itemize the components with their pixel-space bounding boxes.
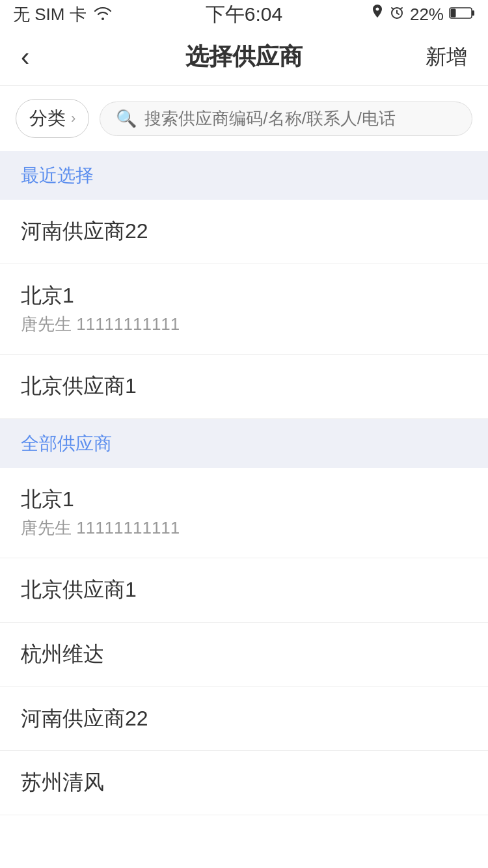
chevron-right-icon: › xyxy=(71,110,75,127)
svg-rect-3 xyxy=(451,8,456,17)
back-button[interactable]: ‹ xyxy=(21,42,60,72)
all-items-list: 北京1唐先生 11111111111北京供应商1杭州维达河南供应商22苏州清风 xyxy=(0,468,488,815)
battery-percent: 22% xyxy=(410,5,444,25)
battery-icon xyxy=(449,5,475,25)
all-section-header: 全部供应商 xyxy=(0,419,488,468)
recent-items-list: 河南供应商22北京1唐先生 11111111111北京供应商1 xyxy=(0,200,488,419)
all-list-item[interactable]: 北京供应商1 xyxy=(0,558,488,623)
svg-rect-2 xyxy=(472,10,474,16)
item-name: 苏州清风 xyxy=(21,769,467,796)
search-box[interactable]: 🔍 xyxy=(100,102,472,136)
status-left: 无 SIM 卡 xyxy=(13,3,113,26)
nav-bar: ‹ 选择供应商 新增 xyxy=(0,29,488,86)
alarm-icon xyxy=(389,5,405,25)
item-name: 河南供应商22 xyxy=(21,705,467,733)
status-bar: 无 SIM 卡 下午6:04 22% xyxy=(0,0,488,29)
wifi-icon xyxy=(93,5,113,25)
add-button[interactable]: 新增 xyxy=(426,43,467,72)
item-name: 北京供应商1 xyxy=(21,373,467,400)
recent-section-title: 最近选择 xyxy=(21,165,94,185)
item-sub: 唐先生 11111111111 xyxy=(21,517,467,539)
all-section-title: 全部供应商 xyxy=(21,433,112,454)
item-name: 北京供应商1 xyxy=(21,576,467,604)
all-list-item[interactable]: 杭州维达 xyxy=(0,623,488,687)
recent-list-item[interactable]: 北京供应商1 xyxy=(0,355,488,419)
category-label: 分类 xyxy=(29,106,66,131)
item-name: 杭州维达 xyxy=(21,641,467,668)
filter-bar: 分类 › 🔍 xyxy=(0,86,488,151)
time-display: 下午6:04 xyxy=(206,1,282,28)
recent-list-item[interactable]: 北京1唐先生 11111111111 xyxy=(0,264,488,355)
item-name: 北京1 xyxy=(21,486,467,513)
status-right: 22% xyxy=(371,5,475,25)
all-list-item[interactable]: 北京1唐先生 11111111111 xyxy=(0,468,488,559)
all-list-item[interactable]: 苏州清风 xyxy=(0,751,488,815)
search-input[interactable] xyxy=(144,109,456,129)
carrier-text: 无 SIM 卡 xyxy=(13,3,87,26)
category-button[interactable]: 分类 › xyxy=(16,99,89,138)
location-icon xyxy=(371,5,384,25)
item-sub: 唐先生 11111111111 xyxy=(21,313,467,336)
item-name: 河南供应商22 xyxy=(21,218,467,245)
item-name: 北京1 xyxy=(21,282,467,310)
all-list-item[interactable]: 河南供应商22 xyxy=(0,687,488,752)
recent-list-item[interactable]: 河南供应商22 xyxy=(0,200,488,264)
recent-section-header: 最近选择 xyxy=(0,151,488,200)
search-icon: 🔍 xyxy=(116,109,137,129)
page-title: 选择供应商 xyxy=(185,41,303,73)
